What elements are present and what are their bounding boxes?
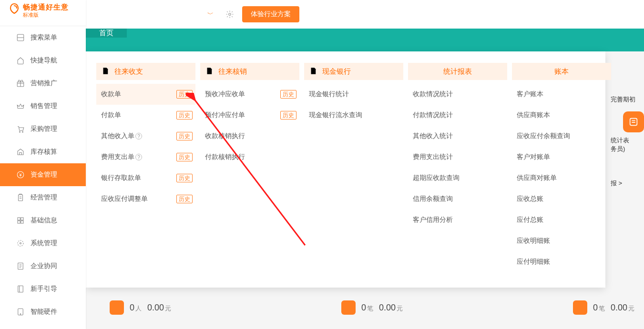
- stats-chip-icon: [623, 111, 644, 132]
- mega-item-3-1[interactable]: 付款情况统计: [408, 105, 507, 126]
- cog-dash-icon: [16, 239, 25, 248]
- svg-rect-6: [18, 218, 20, 220]
- mega-item-label: 预付冲应付单: [205, 111, 245, 120]
- mega-item-1-3[interactable]: 付款核销执行: [200, 147, 299, 168]
- mega-item-4-8[interactable]: 应付明细账: [512, 251, 611, 272]
- mega-item-2-1[interactable]: 现金银行流水查询: [304, 105, 403, 126]
- sidebar-item-11[interactable]: 新手引导: [0, 278, 86, 300]
- mega-item-4-1[interactable]: 供应商账本: [512, 105, 611, 126]
- mega-item-3-4[interactable]: 超期应收款查询: [408, 168, 507, 189]
- tab-strip: 首页: [86, 29, 644, 51]
- mega-item-4-3[interactable]: 客户对账单: [512, 147, 611, 168]
- mega-item-label: 供应商账本: [517, 111, 550, 120]
- mega-item-0-4[interactable]: 银行存取款单历史: [96, 168, 195, 189]
- sidebar-item-label: 智能硬件: [31, 308, 57, 316]
- sidebar-item-2[interactable]: 营销推广: [0, 72, 86, 95]
- mega-item-4-6[interactable]: 应付总账: [512, 209, 611, 230]
- sidebar-item-10[interactable]: 企业协同: [0, 255, 86, 278]
- svg-point-10: [18, 240, 23, 246]
- experience-plan-button[interactable]: 体验行业方案: [242, 6, 299, 22]
- history-tag[interactable]: 历史: [176, 195, 193, 203]
- mega-item-3-6[interactable]: 客户信用分析: [408, 209, 507, 230]
- sidebar-item-label: 资金管理: [31, 170, 57, 179]
- sidebar-item-8[interactable]: 基础信息: [0, 209, 86, 232]
- mega-item-label: 应收应付调整单: [101, 195, 148, 203]
- history-tag[interactable]: 历史: [280, 111, 296, 120]
- sidebar-item-label: 经营管理: [31, 193, 57, 202]
- sidebar-item-4[interactable]: 采购管理: [0, 118, 86, 140]
- mega-item-4-5[interactable]: 应收总账: [512, 189, 611, 209]
- mega-item-label: 银行存取款单: [101, 174, 141, 182]
- sidebar-item-label: 营销推广: [31, 79, 57, 88]
- mega-item-label: 其他收入单?: [101, 132, 142, 140]
- mega-item-4-2[interactable]: 应收应付余额查询: [512, 126, 611, 147]
- grid-icon: [16, 216, 25, 225]
- svg-point-15: [20, 314, 21, 315]
- device-icon: [16, 308, 25, 316]
- stat-0: 0人0.00元: [110, 300, 171, 315]
- mega-item-1-1[interactable]: 预付冲应付单历史: [200, 105, 299, 126]
- sidebar-item-label: 采购管理: [31, 125, 57, 133]
- mega-item-1-0[interactable]: 预收冲应收单历史: [200, 84, 299, 105]
- mega-item-label: 预收冲应收单: [205, 90, 245, 99]
- mega-item-label: 费用支出统计: [413, 153, 453, 161]
- mega-item-3-5[interactable]: 信用余额查询: [408, 189, 507, 209]
- settings-button[interactable]: [223, 8, 236, 21]
- mega-item-0-3[interactable]: 费用支出单?历史: [96, 147, 195, 168]
- mega-item-4-0[interactable]: 客户账本: [512, 84, 611, 105]
- svg-point-2: [20, 131, 20, 132]
- mega-item-0-1[interactable]: 付款单历史: [96, 105, 195, 126]
- logo-brand: 畅捷通好生意: [23, 3, 69, 12]
- mega-item-label: 供应商对账单: [517, 174, 557, 182]
- mega-item-label: 现金银行统计: [309, 90, 349, 99]
- sidebar-item-6[interactable]: 资金管理: [0, 163, 86, 186]
- sidebar-item-label: 搜索菜单: [31, 33, 57, 42]
- mega-item-label: 应收总账: [517, 195, 543, 203]
- sidebar-item-label: 新手引导: [31, 285, 57, 293]
- mega-item-0-5[interactable]: 应收应付调整单历史: [96, 189, 195, 209]
- mega-item-3-2[interactable]: 其他收入统计: [408, 126, 507, 147]
- mega-item-label: 现金银行流水查询: [309, 111, 362, 120]
- mega-item-label: 客户对账单: [517, 153, 550, 161]
- mega-column-0: 往来收支收款单历史付款单历史其他收入单?历史费用支出单?历史银行存取款单历史应收…: [96, 63, 195, 272]
- cart-icon: [16, 125, 25, 133]
- mega-column-header: 现金银行: [304, 63, 403, 80]
- mega-item-0-2[interactable]: 其他收入单?历史: [96, 126, 195, 147]
- background-stats: 0人0.00元0笔0.00元0笔0.00元: [110, 300, 634, 315]
- mega-item-1-2[interactable]: 收款核销执行: [200, 126, 299, 147]
- mega-item-label: 应付明细账: [517, 258, 550, 266]
- sidebar-item-1[interactable]: 快捷导航: [0, 49, 86, 72]
- svg-rect-9: [21, 221, 23, 223]
- note-icon: [16, 262, 25, 270]
- mega-item-3-3[interactable]: 费用支出统计: [408, 147, 507, 168]
- mega-item-label: 应收明细账: [517, 237, 550, 245]
- mega-item-3-0[interactable]: 收款情况统计: [408, 84, 507, 105]
- mega-item-4-7[interactable]: 应收明细账: [512, 230, 611, 251]
- history-tag[interactable]: 历史: [176, 174, 193, 182]
- org-selector[interactable]: ﹀: [93, 7, 217, 22]
- tab-0[interactable]: 首页: [86, 29, 127, 38]
- history-tag[interactable]: 历史: [280, 90, 296, 99]
- sidebar-item-0[interactable]: 搜索菜单: [0, 26, 86, 49]
- help-icon: ?: [135, 154, 142, 160]
- mega-item-2-0[interactable]: 现金银行统计: [304, 84, 403, 105]
- history-tag[interactable]: 历史: [176, 90, 193, 99]
- mega-column-2: 现金银行现金银行统计现金银行流水查询: [304, 63, 403, 272]
- doc-icon: [309, 67, 318, 76]
- sidebar-item-7[interactable]: 经营管理: [0, 186, 86, 209]
- sidebar-item-5[interactable]: 库存核算: [0, 140, 86, 163]
- mega-item-4-4[interactable]: 供应商对账单: [512, 168, 611, 189]
- history-tag[interactable]: 历史: [176, 153, 193, 161]
- book-icon: [16, 285, 25, 293]
- mega-item-0-0[interactable]: 收款单历史: [96, 84, 195, 105]
- svg-rect-14: [18, 309, 23, 315]
- sidebar-item-3[interactable]: 销售管理: [0, 95, 86, 118]
- sidebar-item-12[interactable]: 智能硬件: [0, 300, 86, 323]
- sidebar-item-9[interactable]: 系统管理: [0, 232, 86, 255]
- stat-2: 0笔0.00元: [573, 300, 634, 315]
- history-tag[interactable]: 历史: [176, 132, 193, 140]
- mega-column-1: 往来核销预收冲应收单历史预付冲应付单历史收款核销执行付款核销执行: [200, 63, 299, 272]
- sidebar-item-label: 基础信息: [31, 216, 57, 225]
- mega-item-label: 收款核销执行: [205, 132, 245, 140]
- history-tag[interactable]: 历史: [176, 111, 193, 120]
